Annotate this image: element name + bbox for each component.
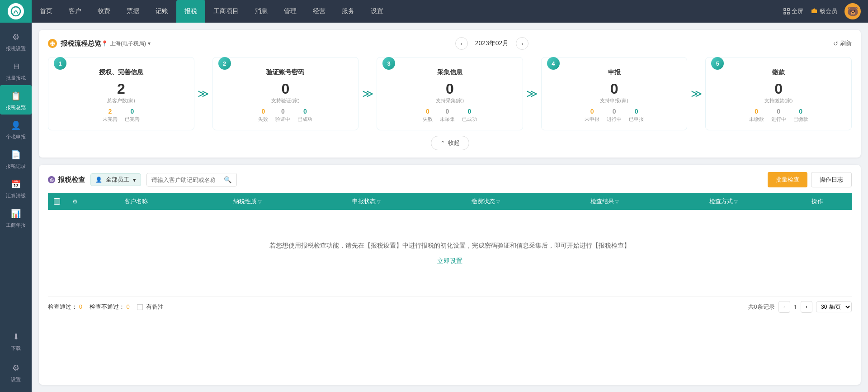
search-input[interactable] <box>147 174 219 186</box>
note-label: 有备注 <box>137 303 164 311</box>
search-button[interactable]: 🔍 <box>219 173 236 186</box>
step-desc: 支持缴款(家) <box>713 97 844 104</box>
tax-table: ⚙ 客户名称 纳税性质 ▽ 申报状态 ▽ 缴费状态 ▽ 检查结果 ▽ 检查方式 … <box>48 193 852 292</box>
sidebar-item-批量报税[interactable]: 🖥批量报税 <box>0 56 32 85</box>
step-stat: 0 失败 <box>258 108 268 123</box>
step-count: 0 <box>549 80 680 97</box>
note-checkbox-icon[interactable] <box>137 304 143 310</box>
collapse-btn[interactable]: ⌃ 收起 <box>431 136 469 150</box>
sidebar-item-settings[interactable]: ⚙ 设置 <box>0 357 32 387</box>
sidebar-item-label: 报税记录 <box>6 163 26 170</box>
nav-item-工商项目[interactable]: 工商项目 <box>205 0 247 23</box>
step-stat: 0 已成功 <box>297 108 312 123</box>
settings-icon: ⚙ <box>9 362 22 374</box>
filter-arrow-icon: ▽ <box>615 199 619 204</box>
sidebar-item-工商年报[interactable]: 📊工商年报 <box>0 203 32 232</box>
main-layout: ⚙报税设置🖥批量报税📋报税总览👤个税申报📄报税记录📅汇算清缴📊工商年报 ⬇ 下载… <box>0 23 868 392</box>
step-arrow-4: ≫ <box>687 87 705 100</box>
top-nav: 首页客户收费票据记账报税工商项目消息管理经营服务设置 全屏 畅会员 🐻 <box>0 0 868 23</box>
operation-log-btn[interactable]: 操作日志 <box>811 172 852 187</box>
footer-left: 检查通过： 0 检查不通过： 0 有备注 <box>48 303 164 311</box>
step-stats: 0 失败 0 未采集 0 已成功 <box>384 108 515 123</box>
employee-filter[interactable]: 👤 全部员工 ▾ <box>90 173 141 186</box>
sidebar-item-label: 个税申报 <box>6 134 26 140</box>
per-page-select[interactable]: 30 条/页 <box>816 301 852 312</box>
prev-month-btn[interactable]: ‹ <box>455 37 468 50</box>
settings-icon[interactable]: ⚙ <box>72 198 78 205</box>
filter-label: 全部员工 <box>106 176 129 184</box>
sidebar-item-download[interactable]: ⬇ 下载 <box>0 326 32 355</box>
next-page-btn[interactable]: › <box>801 301 812 313</box>
pass-count-link[interactable]: 0 <box>79 303 82 310</box>
filter-arrow-icon: ▽ <box>734 199 738 204</box>
operation-col: 操作 <box>783 193 852 210</box>
sidebar-item-报税总览[interactable]: 📋报税总览 <box>0 85 32 115</box>
setup-link[interactable]: 立即设置 <box>437 257 462 264</box>
nav-item-服务[interactable]: 服务 <box>334 0 363 23</box>
prev-page-btn[interactable]: ‹ <box>778 301 790 313</box>
svg-marker-6 <box>813 8 816 10</box>
select-all-checkbox[interactable] <box>54 198 60 205</box>
step-card-2: 3 采集信息 0 支持采集(家) 0 失败 0 未采集 0 已成功 <box>377 57 523 130</box>
sidebar-icon: ⚙ <box>9 31 22 43</box>
nav-item-消息[interactable]: 消息 <box>247 0 276 23</box>
stat-num: 0 <box>613 108 616 115</box>
sidebar-item-个税申报[interactable]: 👤个税申报 <box>0 115 32 144</box>
overview-title-icon: ⊕ <box>48 39 57 48</box>
current-page: 1 <box>794 304 797 311</box>
search-box[interactable]: 🔍 <box>146 173 237 186</box>
step-stats: 2 未完善 0 已完善 <box>56 108 187 123</box>
sidebar-item-报税记录[interactable]: 📄报税记录 <box>0 144 32 173</box>
nav-item-经营[interactable]: 经营 <box>305 0 334 23</box>
step-arrow-1: ≫ <box>194 87 212 100</box>
next-month-btn[interactable]: › <box>516 37 528 50</box>
nav-item-票据[interactable]: 票据 <box>118 0 147 23</box>
fail-count-link[interactable]: 0 <box>126 303 129 310</box>
nav-item-首页[interactable]: 首页 <box>32 0 61 23</box>
sidebar-item-汇算清缴[interactable]: 📅汇算清缴 <box>0 173 32 203</box>
overview-title-text: 报税流程总览 <box>61 39 101 48</box>
fullscreen-btn[interactable]: 全屏 <box>783 7 803 15</box>
step-number: 3 <box>382 57 395 70</box>
nav-item-管理[interactable]: 管理 <box>276 0 305 23</box>
location-dropdown-icon: ▾ <box>148 40 151 47</box>
overview-header: ⊕ 报税流程总览 📍 上海(电子税局) ▾ ‹ 2023年02月 › ↺ <box>48 37 852 50</box>
location-tag[interactable]: 📍 上海(电子税局) ▾ <box>101 40 151 48</box>
nav-item-记账[interactable]: 记账 <box>147 0 176 23</box>
refresh-btn[interactable]: ↺ 刷新 <box>833 39 852 48</box>
step-title: 申报 <box>549 68 680 76</box>
step-desc: 支持采集(家) <box>384 97 515 104</box>
current-month: 2023年02月 <box>475 39 509 48</box>
step-number: 5 <box>711 57 724 70</box>
header-actions: 批量检查 操作日志 <box>768 172 852 187</box>
member-btn[interactable]: 畅会员 <box>811 7 837 15</box>
stat-label: 失败 <box>423 116 433 123</box>
tax-nature-col: 纳税性质 ▽ <box>188 193 307 210</box>
nav-item-报税[interactable]: 报税 <box>176 0 205 23</box>
nav-item-收费[interactable]: 收费 <box>90 0 118 23</box>
batch-check-btn[interactable]: 批量检查 <box>768 172 807 187</box>
stat-label: 进行中 <box>607 116 622 123</box>
sidebar-item-label: 下载 <box>11 345 21 352</box>
table-head: ⚙ 客户名称 纳税性质 ▽ 申报状态 ▽ 缴费状态 ▽ 检查结果 ▽ 检查方式 … <box>48 193 852 210</box>
sidebar-icon: 📊 <box>9 207 22 220</box>
user-avatar[interactable]: 🐻 <box>844 3 861 19</box>
month-nav: ‹ 2023年02月 › <box>455 37 529 50</box>
filter-icon: 👤 <box>95 177 102 183</box>
sidebar-item-报税设置[interactable]: ⚙报税设置 <box>0 26 32 56</box>
step-arrow-2: ≫ <box>359 87 377 100</box>
member-label: 畅会员 <box>820 7 837 15</box>
nav-item-设置[interactable]: 设置 <box>363 0 392 23</box>
stat-label: 未完善 <box>103 116 118 123</box>
nav-item-客户[interactable]: 客户 <box>61 0 90 23</box>
stat-num: 0 <box>635 108 638 115</box>
sidebar-item-label: 报税总览 <box>6 104 26 111</box>
step-stat: 0 验证中 <box>275 108 290 123</box>
step-stat: 0 未采集 <box>440 108 455 123</box>
footer-right: 共0条记录 ‹ 1 › 30 条/页 <box>748 301 852 313</box>
location-text: 上海(电子税局) <box>110 40 146 48</box>
step-number: 4 <box>547 57 560 70</box>
logo[interactable] <box>0 0 32 23</box>
step-count: 0 <box>713 80 844 97</box>
tax-check-title-dot: ◎ <box>48 176 55 183</box>
